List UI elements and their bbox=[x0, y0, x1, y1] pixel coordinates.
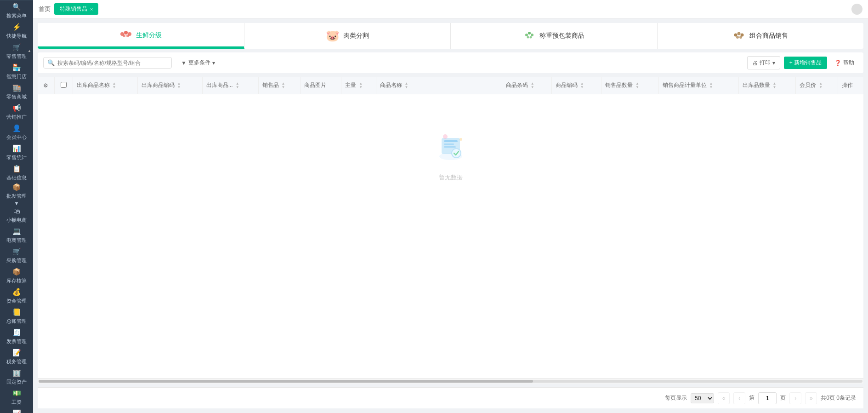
empty-illustration bbox=[432, 131, 469, 163]
product-image-label: 商品图片 bbox=[304, 81, 326, 89]
ecom-mgmt-icon: 💻 bbox=[12, 226, 21, 236]
page-number-input[interactable] bbox=[758, 392, 777, 404]
search-input[interactable] bbox=[57, 60, 168, 66]
category-tabs: 生鲜分级 🐷 肉类分割 称重预包装商品 bbox=[38, 23, 863, 49]
sidebar-item-label: 总账管理 bbox=[6, 318, 27, 325]
table-container: ⚙ 出库商品名称 ▲▼ bbox=[38, 77, 863, 384]
column-settings-icon[interactable]: ⚙ bbox=[43, 82, 48, 89]
select-all-checkbox[interactable] bbox=[61, 82, 67, 88]
th-weight[interactable]: 主量 ▲▼ bbox=[341, 77, 376, 94]
sort-icon[interactable]: ▲▼ bbox=[580, 82, 584, 89]
th-product-name[interactable]: 商品名称 ▲▼ bbox=[376, 77, 502, 94]
topbar: 首页 特殊销售品 × bbox=[33, 0, 868, 18]
prev-page-button[interactable]: ‹ bbox=[733, 392, 745, 404]
close-tab-button[interactable]: × bbox=[90, 6, 93, 12]
sale-unit-label: 销售商品计量单位 bbox=[663, 81, 707, 89]
sort-icon[interactable]: ▲▼ bbox=[236, 82, 239, 89]
sidebar-item-retail-mgmt[interactable]: 🛒 零售管理 bbox=[0, 41, 33, 61]
th-sale-product[interactable]: 销售品 ▲▼ bbox=[258, 77, 301, 94]
th-sale-unit[interactable]: 销售商品计量单位 ▲▼ bbox=[658, 77, 738, 94]
add-button[interactable]: + 新增销售品 bbox=[784, 57, 827, 69]
sidebar-item-ops-mgmt[interactable]: 📈 经营管理 bbox=[0, 407, 33, 413]
th-product-barcode[interactable]: 商品条码 ▲▼ bbox=[502, 77, 551, 94]
sidebar-item-retail-stats[interactable]: 📊 零售统计 bbox=[0, 142, 33, 162]
th-out-product-name[interactable]: 出库商品名称 ▲▼ bbox=[73, 77, 137, 94]
th-member-price[interactable]: 会员价 ▲▼ bbox=[796, 77, 838, 94]
sort-icon[interactable]: ▲▼ bbox=[773, 82, 777, 89]
help-button[interactable]: ❓ 帮助 bbox=[831, 57, 858, 69]
tab-fresh[interactable]: 生鲜分级 bbox=[38, 23, 244, 49]
sidebar-item-marketing[interactable]: 📢 营销推广 bbox=[0, 102, 33, 122]
sidebar-item-label: 采购管理 bbox=[6, 257, 27, 264]
horizontal-scrollbar[interactable] bbox=[38, 378, 863, 384]
sort-icon[interactable]: ▲▼ bbox=[405, 82, 408, 89]
sidebar-item-general-ledger[interactable]: 📒 总账管理 bbox=[0, 306, 33, 326]
th-settings[interactable]: ⚙ bbox=[38, 77, 54, 94]
search-menu-icon: 🔍 bbox=[12, 2, 21, 11]
sidebar-item-inventory[interactable]: 📦 库存核算 bbox=[0, 265, 33, 286]
active-indicator bbox=[134, 46, 148, 48]
sort-icon[interactable]: ▲▼ bbox=[819, 82, 823, 89]
sidebar-item-basic-info[interactable]: 📋 基础信息 bbox=[0, 162, 33, 183]
sidebar-item-invoice[interactable]: 🧾 发票管理 bbox=[0, 326, 33, 346]
sidebar-item-retail-mall[interactable]: 🏬 零售商城 bbox=[0, 81, 33, 102]
sidebar-item-smart-store[interactable]: 🏪 智慧门店 bbox=[0, 61, 33, 81]
sidebar-item-tax[interactable]: 📝 税务管理 bbox=[0, 346, 33, 367]
topbar-right bbox=[851, 4, 862, 15]
meat-tab-icon: 🐷 bbox=[326, 29, 340, 42]
sidebar-item-wholesale-mgmt[interactable]: 📦 批发管理 bbox=[0, 184, 33, 205]
sidebar-item-search-menu[interactable]: 🔍 搜索菜单 bbox=[0, 0, 33, 21]
table-scroll[interactable]: ⚙ 出库商品名称 ▲▼ bbox=[38, 77, 863, 378]
svg-rect-17 bbox=[444, 140, 458, 142]
svg-point-21 bbox=[443, 134, 448, 139]
th-out-product-code[interactable]: 出库商品编码 ▲▼ bbox=[137, 77, 202, 94]
active-tab[interactable]: 特殊销售品 × bbox=[54, 3, 98, 15]
tab-meat[interactable]: 🐷 肉类分割 bbox=[244, 23, 451, 49]
purchase-mgmt-icon: 🛒 bbox=[12, 247, 21, 256]
user-avatar[interactable] bbox=[851, 4, 862, 15]
tab-scale[interactable]: 称重预包装商品 bbox=[451, 23, 658, 49]
sidebar-item-mini-ecom[interactable]: 🛍 小畅电商 bbox=[0, 205, 33, 225]
scrollbar-thumb[interactable] bbox=[39, 380, 533, 383]
last-page-button[interactable]: » bbox=[805, 392, 817, 404]
product-name-label: 商品名称 bbox=[380, 81, 402, 89]
sidebar-item-purchase-mgmt[interactable]: 🛒 采购管理 bbox=[0, 245, 33, 265]
page-size-select[interactable]: 50 10 20 100 bbox=[691, 393, 714, 403]
sort-icon[interactable]: ▲▼ bbox=[635, 82, 639, 89]
sidebar-item-label: 基础信息 bbox=[6, 174, 27, 181]
tab-combo[interactable]: 组合商品销售 bbox=[658, 23, 864, 49]
sidebar-item-finance[interactable]: 💰 资金管理 bbox=[0, 286, 33, 306]
scale-icon-svg bbox=[523, 30, 536, 40]
sidebar-item-member-center[interactable]: 👤 会员中心 bbox=[0, 122, 33, 142]
sort-icon[interactable]: ▲▼ bbox=[531, 82, 534, 89]
svg-point-20 bbox=[452, 149, 461, 158]
sidebar: 🔍 搜索菜单 ⚡ 快捷导航 🛒 零售管理 🏪 智慧门店 🏬 零售商城 📢 营销推… bbox=[0, 0, 33, 413]
sidebar-item-salary[interactable]: 💵 工资 bbox=[0, 387, 33, 407]
out-qty-label: 出库品数量 bbox=[743, 81, 770, 89]
th-sale-qty[interactable]: 销售品数量 ▲▼ bbox=[601, 77, 659, 94]
svg-point-5 bbox=[525, 34, 528, 36]
sort-icon[interactable]: ▲▼ bbox=[709, 82, 713, 89]
scrollbar-track[interactable] bbox=[39, 380, 862, 383]
sidebar-item-ecom-mgmt[interactable]: 💻 电商管理 bbox=[0, 225, 33, 245]
th-out-product-x[interactable]: 出库商品... ▲▼ bbox=[202, 77, 258, 94]
sort-icon[interactable]: ▲▼ bbox=[177, 82, 181, 89]
sidebar-item-fixed-assets[interactable]: 🏢 固定资产 bbox=[0, 367, 33, 387]
home-link[interactable]: 首页 bbox=[39, 5, 51, 13]
sidebar-item-quick-nav[interactable]: ⚡ 快捷导航 bbox=[0, 21, 33, 41]
filter-label: 更多条件 bbox=[188, 59, 210, 67]
fixed-assets-icon: 🏢 bbox=[12, 368, 21, 378]
sort-icon[interactable]: ▲▼ bbox=[113, 82, 116, 89]
print-button[interactable]: 🖨 打印 ▾ bbox=[747, 56, 780, 69]
search-box[interactable]: 🔍 bbox=[43, 57, 172, 69]
fresh-icon-svg bbox=[119, 29, 132, 39]
th-out-qty[interactable]: 出库品数量 ▲▼ bbox=[738, 77, 796, 94]
filter-button[interactable]: ▼ 更多条件 ▾ bbox=[177, 57, 219, 69]
th-product-code[interactable]: 商品编码 ▲▼ bbox=[551, 77, 601, 94]
sort-icon[interactable]: ▲▼ bbox=[282, 82, 285, 89]
th-checkbox[interactable] bbox=[54, 77, 73, 94]
first-page-button[interactable]: « bbox=[718, 392, 730, 404]
sidebar-item-label: 会员中心 bbox=[6, 134, 27, 141]
next-page-button[interactable]: › bbox=[789, 392, 801, 404]
sort-icon[interactable]: ▲▼ bbox=[359, 82, 363, 89]
